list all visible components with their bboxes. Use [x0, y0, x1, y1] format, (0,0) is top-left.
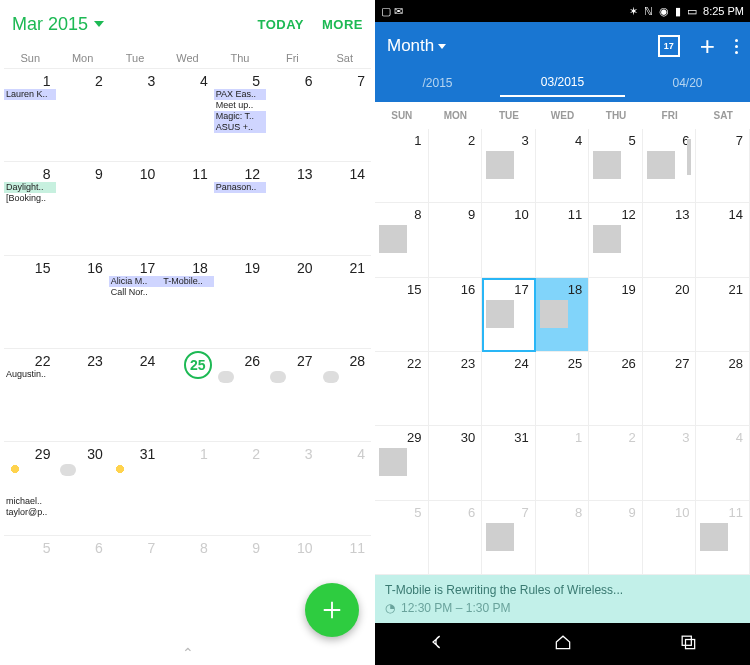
day-cell[interactable]: 21 [319, 255, 371, 348]
day-cell[interactable]: 10 [643, 501, 697, 575]
day-cell[interactable]: 10 [482, 203, 536, 277]
event-chip[interactable]: Meet up.. [214, 100, 266, 111]
day-cell[interactable]: 1 [161, 441, 213, 534]
day-cell[interactable]: 27 [643, 352, 697, 426]
day-cell[interactable]: 19 [589, 278, 643, 352]
day-cell[interactable]: 2 [56, 68, 108, 161]
prev-month-tab[interactable]: /2015 [375, 76, 500, 96]
day-cell[interactable]: 6 [266, 68, 318, 161]
day-cell[interactable]: 15 [4, 255, 56, 348]
event-chip[interactable]: taylor@p.. [4, 507, 56, 518]
day-cell[interactable]: 29 [375, 426, 429, 500]
selected-day-event[interactable]: T-Mobile is Rewriting the Rules of Wirel… [375, 575, 750, 623]
day-cell[interactable]: 7 [109, 535, 161, 628]
day-cell[interactable]: 23 [429, 352, 483, 426]
day-cell[interactable]: 3 [266, 441, 318, 534]
day-cell[interactable]: 1 [536, 426, 590, 500]
day-cell[interactable]: 22 [375, 352, 429, 426]
day-cell[interactable]: 11 [536, 203, 590, 277]
day-cell[interactable]: 24 [109, 348, 161, 441]
day-cell[interactable]: 18T-Mobile.. [161, 255, 213, 348]
day-cell[interactable]: 15 [375, 278, 429, 352]
day-cell[interactable]: 11 [161, 161, 213, 254]
day-cell[interactable]: 30 [429, 426, 483, 500]
day-cell[interactable]: 1Lauren K.. [4, 68, 56, 161]
event-chip[interactable]: Alicia M.. [109, 276, 161, 287]
overflow-menu-button[interactable] [735, 39, 738, 54]
day-cell[interactable]: 9 [429, 203, 483, 277]
event-chip[interactable]: PAX Eas.. [214, 89, 266, 100]
day-cell[interactable]: 4 [536, 129, 590, 203]
day-cell[interactable]: 14 [696, 203, 750, 277]
day-cell[interactable]: 4 [319, 441, 371, 534]
event-chip[interactable]: [Booking.. [4, 193, 56, 204]
day-cell[interactable]: 20 [643, 278, 697, 352]
home-button[interactable] [553, 632, 573, 656]
day-cell[interactable]: 8 [375, 203, 429, 277]
day-cell[interactable]: 16 [56, 255, 108, 348]
event-chip[interactable]: T-Mobile.. [161, 276, 213, 287]
day-cell[interactable]: 4 [161, 68, 213, 161]
day-cell[interactable]: 1 [375, 129, 429, 203]
day-cell[interactable]: 31 [482, 426, 536, 500]
day-cell[interactable]: 28 [319, 348, 371, 441]
day-cell[interactable]: 12 [589, 203, 643, 277]
event-chip[interactable]: Panason.. [214, 182, 266, 193]
day-cell[interactable]: 9 [56, 161, 108, 254]
add-event-button[interactable]: + [700, 33, 715, 59]
event-chip[interactable]: ASUS +.. [214, 122, 266, 133]
day-cell[interactable]: 30 [56, 441, 108, 534]
day-cell[interactable]: 5 [4, 535, 56, 628]
day-cell[interactable]: 27 [266, 348, 318, 441]
day-cell[interactable]: 6 [643, 129, 697, 203]
day-cell[interactable]: 24 [482, 352, 536, 426]
back-button[interactable] [428, 632, 448, 656]
day-cell[interactable]: 4 [696, 426, 750, 500]
next-month-tab[interactable]: 04/20 [625, 76, 750, 96]
day-cell[interactable]: 10 [109, 161, 161, 254]
day-cell[interactable]: 22Augustin.. [4, 348, 56, 441]
day-cell[interactable]: 9 [589, 501, 643, 575]
day-cell[interactable]: 2 [214, 441, 266, 534]
expand-handle-icon[interactable]: ⌃ [182, 645, 194, 661]
day-cell[interactable]: 6 [56, 535, 108, 628]
day-cell[interactable]: 17 [482, 278, 536, 352]
day-cell[interactable]: 26 [214, 348, 266, 441]
day-cell[interactable]: 12Panason.. [214, 161, 266, 254]
day-cell[interactable]: 23 [56, 348, 108, 441]
day-cell[interactable]: 16 [429, 278, 483, 352]
jump-to-today-button[interactable]: 17 [658, 35, 680, 57]
day-cell[interactable]: 18 [536, 278, 590, 352]
day-cell[interactable]: 25 [161, 348, 213, 441]
day-cell[interactable]: 3 [482, 129, 536, 203]
day-cell[interactable]: 2 [589, 426, 643, 500]
day-cell[interactable]: 14 [319, 161, 371, 254]
day-cell[interactable]: 31 [109, 441, 161, 534]
event-chip[interactable]: michael.. [4, 496, 56, 507]
event-chip[interactable]: Call Nor.. [109, 287, 161, 298]
event-chip[interactable]: Daylight.. [4, 182, 56, 193]
day-cell[interactable]: 3 [109, 68, 161, 161]
month-picker[interactable]: Mar 2015 [12, 14, 104, 35]
day-cell[interactable]: 25 [536, 352, 590, 426]
event-chip[interactable]: Magic: T.. [214, 111, 266, 122]
day-cell[interactable]: 29michael..taylor@p.. [4, 441, 56, 534]
day-cell[interactable]: 8 [536, 501, 590, 575]
day-cell[interactable]: 13 [643, 203, 697, 277]
day-cell[interactable]: 3 [643, 426, 697, 500]
day-cell[interactable]: 26 [589, 352, 643, 426]
event-chip[interactable]: Augustin.. [4, 369, 56, 380]
day-cell[interactable]: 28 [696, 352, 750, 426]
day-cell[interactable]: 13 [266, 161, 318, 254]
day-cell[interactable]: 5 [589, 129, 643, 203]
today-button[interactable]: TODAY [257, 17, 304, 32]
event-chip[interactable]: Lauren K.. [4, 89, 56, 100]
day-cell[interactable]: 7 [319, 68, 371, 161]
day-cell[interactable]: 6 [429, 501, 483, 575]
day-cell[interactable]: 2 [429, 129, 483, 203]
day-cell[interactable]: 7 [696, 129, 750, 203]
day-cell[interactable]: 11 [696, 501, 750, 575]
recent-apps-button[interactable] [678, 632, 698, 656]
day-cell[interactable]: 19 [214, 255, 266, 348]
day-cell[interactable]: 8 [161, 535, 213, 628]
